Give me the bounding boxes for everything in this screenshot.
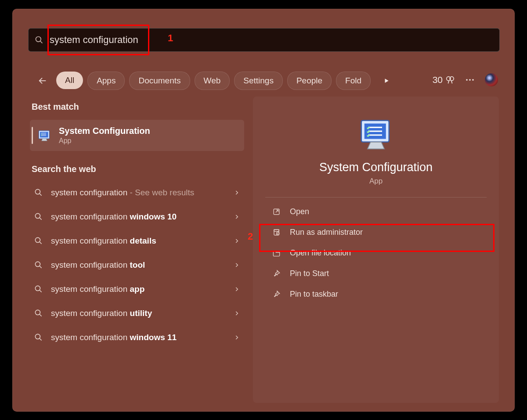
action-label: Pin to Start xyxy=(290,269,329,278)
profile-avatar[interactable] xyxy=(485,73,498,86)
action-label: Open file location xyxy=(290,248,351,258)
best-match-item[interactable]: System Configuration App xyxy=(30,120,244,151)
svg-point-19 xyxy=(35,286,40,291)
filter-documents[interactable]: Documents xyxy=(129,72,190,90)
action-label: Pin to taskbar xyxy=(290,290,338,299)
svg-point-11 xyxy=(35,189,40,194)
pin-icon xyxy=(271,269,281,278)
svg-line-22 xyxy=(40,314,41,316)
svg-point-13 xyxy=(35,213,40,218)
search-icon xyxy=(33,261,43,269)
detail-app-icon xyxy=(253,116,499,153)
web-result-text: system configuration app xyxy=(51,284,226,295)
chevron-right-icon xyxy=(234,214,240,220)
detail-pane: System Configuration App OpenRun as admi… xyxy=(253,97,499,403)
svg-line-14 xyxy=(40,218,41,219)
search-icon xyxy=(33,212,43,221)
chevron-right-icon xyxy=(234,310,240,316)
chevron-right-icon xyxy=(234,190,240,196)
svg-line-20 xyxy=(40,290,41,292)
filter-settings[interactable]: Settings xyxy=(234,72,283,90)
action-label: Open xyxy=(290,207,309,216)
chevron-right-icon xyxy=(234,334,240,341)
medal-icon xyxy=(445,75,455,85)
scroll-filters-button[interactable] xyxy=(378,72,395,90)
header-right-cluster: 30 xyxy=(433,70,498,90)
web-result-text: system configuration utility xyxy=(51,308,226,319)
web-result-4[interactable]: system configuration app xyxy=(30,277,244,301)
filter-people[interactable]: People xyxy=(287,72,332,90)
detail-title: System Configuration xyxy=(253,161,499,174)
search-icon xyxy=(33,237,43,245)
svg-point-8 xyxy=(472,79,474,81)
svg-point-15 xyxy=(35,237,40,242)
admin-icon xyxy=(271,228,281,237)
filter-web[interactable]: Web xyxy=(195,72,230,90)
divider xyxy=(265,197,487,197)
back-button[interactable] xyxy=(35,73,50,88)
web-results-heading: Search the web xyxy=(32,164,244,174)
action-label: Run as administrator xyxy=(290,228,363,237)
rewards-points[interactable]: 30 xyxy=(433,75,455,85)
search-icon xyxy=(33,333,43,341)
web-result-text: system configuration windows 11 xyxy=(51,332,226,343)
selection-indicator xyxy=(32,127,33,144)
svg-line-18 xyxy=(40,266,41,268)
web-result-text: system configuration details xyxy=(51,235,226,247)
points-value: 30 xyxy=(433,75,443,85)
results-column: Best match System Configuration App Sear… xyxy=(30,102,244,349)
action-open-file-location[interactable]: Open file location xyxy=(258,243,494,263)
chevron-right-icon xyxy=(234,262,240,268)
web-result-3[interactable]: system configuration tool xyxy=(30,253,244,277)
best-match-title: System Configuration xyxy=(59,126,150,136)
search-icon xyxy=(33,285,43,293)
action-pin-to-taskbar[interactable]: Pin to taskbar xyxy=(258,284,494,304)
action-pin-to-start[interactable]: Pin to Start xyxy=(258,264,494,284)
svg-rect-10 xyxy=(40,132,48,137)
best-match-subtitle: App xyxy=(59,137,150,145)
search-icon xyxy=(33,309,43,317)
best-match-heading: Best match xyxy=(32,102,244,112)
annotation-label-2: 2 xyxy=(248,231,253,242)
chevron-right-icon xyxy=(234,286,240,292)
svg-point-6 xyxy=(466,79,468,81)
svg-point-17 xyxy=(35,262,40,266)
web-result-text: system configuration - See web results xyxy=(51,187,226,198)
filter-all[interactable]: All xyxy=(56,72,83,89)
filter-fold[interactable]: Fold xyxy=(336,72,371,90)
web-result-6[interactable]: system configuration windows 11 xyxy=(30,325,244,349)
svg-line-12 xyxy=(40,194,41,195)
svg-point-21 xyxy=(35,310,40,315)
web-result-5[interactable]: system configuration utility xyxy=(30,301,244,325)
svg-rect-29 xyxy=(274,230,278,231)
web-result-text: system configuration tool xyxy=(51,259,226,271)
filter-apps[interactable]: Apps xyxy=(87,72,125,90)
search-icon xyxy=(35,36,43,44)
svg-line-16 xyxy=(40,242,41,244)
svg-point-23 xyxy=(35,334,40,339)
detail-subtitle: App xyxy=(253,177,499,186)
svg-point-0 xyxy=(36,37,41,42)
svg-point-7 xyxy=(469,79,471,81)
search-panel: 1 AllAppsDocumentsWebSettingsPeopleFold … xyxy=(12,9,515,412)
open-icon xyxy=(271,208,281,216)
svg-line-24 xyxy=(40,338,41,340)
action-open[interactable]: Open xyxy=(258,202,494,222)
web-result-text: system configuration windows 10 xyxy=(51,211,226,223)
search-input[interactable] xyxy=(49,34,499,46)
search-box[interactable] xyxy=(28,28,500,52)
chevron-right-icon xyxy=(234,238,240,244)
svg-line-1 xyxy=(40,41,43,43)
web-result-0[interactable]: system configuration - See web results xyxy=(30,180,244,205)
pin-icon xyxy=(271,290,281,298)
folder-icon xyxy=(271,249,281,257)
web-result-1[interactable]: system configuration windows 10 xyxy=(30,205,244,229)
system-configuration-icon xyxy=(37,128,52,143)
filter-row: AllAppsDocumentsWebSettingsPeopleFold xyxy=(35,68,497,94)
action-run-as-administrator[interactable]: Run as administrator xyxy=(258,223,494,242)
svg-marker-3 xyxy=(385,79,389,83)
search-icon xyxy=(33,188,43,197)
web-result-2[interactable]: system configuration details xyxy=(30,229,244,253)
more-button[interactable] xyxy=(465,75,475,85)
